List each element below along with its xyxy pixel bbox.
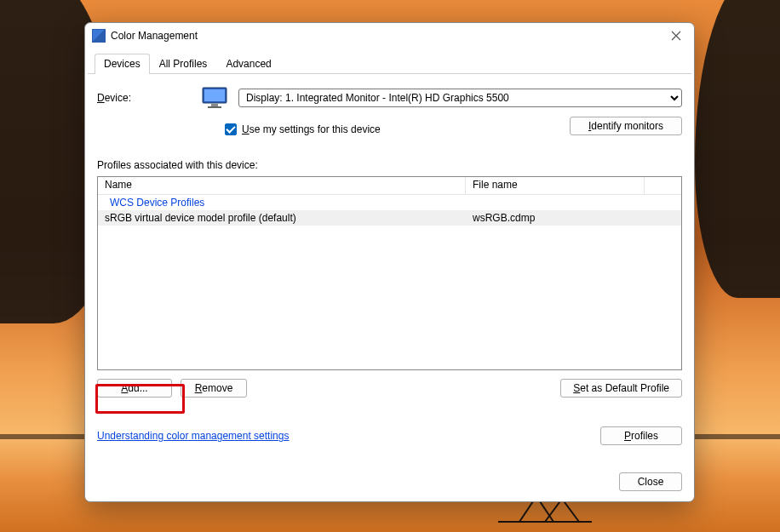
color-management-window: Color Management Devices All Profiles Ad… [84,22,695,502]
close-icon[interactable] [663,26,689,45]
tab-strip: Devices All Profiles Advanced [88,49,691,74]
profile-name: sRGB virtual device model profile (defau… [98,210,466,226]
profiles-listview[interactable]: Name File name WCS Device Profiles sRGB … [97,176,682,370]
remove-button[interactable]: Remove [181,379,247,398]
app-icon [92,29,106,43]
svg-rect-1 [204,89,225,101]
monitor-icon [201,86,230,110]
column-filename[interactable]: File name [466,177,645,194]
profiles-button[interactable]: Profiles [600,426,682,445]
identify-monitors-button[interactable]: Identify monitors [570,117,682,135]
listview-header: Name File name [98,177,681,195]
tab-devices[interactable]: Devices [95,54,150,74]
column-name[interactable]: Name [98,177,466,194]
tab-all-profiles[interactable]: All Profiles [150,54,217,74]
device-select[interactable]: Display: 1. Integrated Monitor - Intel(R… [238,89,682,107]
add-button[interactable]: Add... [97,379,172,398]
profiles-associated-label: Profiles associated with this device: [97,159,682,171]
window-title: Color Management [111,30,198,42]
svg-rect-3 [208,106,221,108]
listview-group[interactable]: WCS Device Profiles [98,195,681,210]
set-default-profile-button[interactable]: Set as Default Profile [560,379,682,398]
svg-rect-2 [211,104,218,106]
profile-filename: wsRGB.cdmp [466,210,681,226]
close-button[interactable]: Close [619,472,682,491]
listview-body[interactable]: WCS Device Profiles sRGB virtual device … [98,195,681,369]
use-my-settings-label[interactable]: Use my settings for this device [242,123,381,135]
tab-advanced[interactable]: Advanced [216,54,280,74]
use-my-settings-row: Use my settings for this device [225,123,381,135]
device-label: Device: [97,92,192,104]
understanding-link[interactable]: Understanding color management settings [97,430,289,442]
listview-row[interactable]: sRGB virtual device model profile (defau… [98,210,681,226]
titlebar: Color Management [85,23,694,49]
use-my-settings-checkbox[interactable] [225,123,237,135]
